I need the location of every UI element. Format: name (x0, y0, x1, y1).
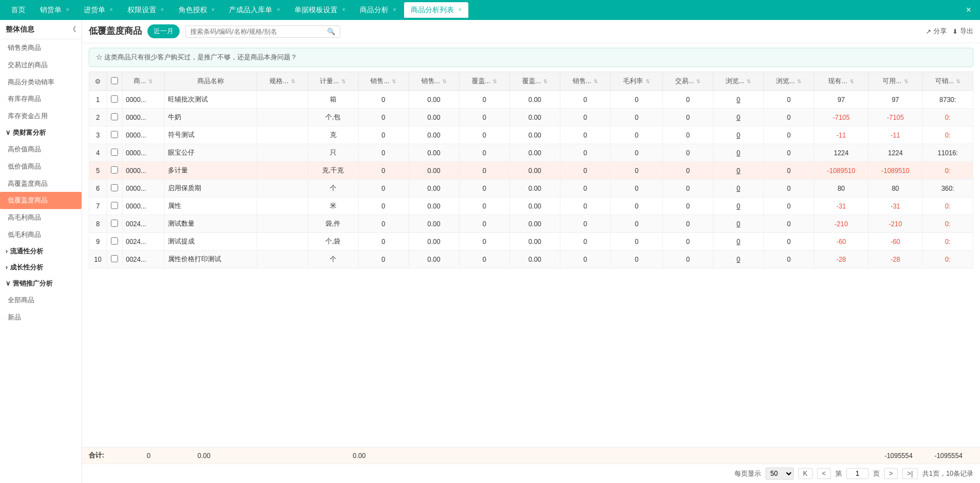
search-input[interactable] (190, 28, 325, 35)
tab-goods-analysis-list[interactable]: 商品分析列表 × (404, 2, 468, 18)
row-checkbox[interactable] (111, 131, 118, 138)
col-sales-rate[interactable]: 销售... ⇅ (560, 72, 610, 91)
col-name[interactable]: 商品名称 (165, 72, 257, 91)
cell-checkbox[interactable] (107, 251, 122, 268)
sidebar-item-high-margin[interactable]: 高毛利商品 (0, 209, 81, 226)
cell-sales-amount: 0.00 (409, 144, 459, 162)
col-unit[interactable]: 计量... ⇅ (308, 72, 358, 91)
sidebar-collapse-button[interactable]: 《 (69, 25, 76, 34)
sidebar-group-wealth[interactable]: ∨ 类财富分析 (0, 125, 81, 141)
col-coverage2[interactable]: 覆盖... ⇅ (509, 72, 560, 91)
col-available-stock[interactable]: 可用... ⇅ (868, 72, 922, 91)
col-checkbox[interactable] (107, 72, 122, 91)
col-transaction-label: 交易... (675, 77, 694, 85)
sidebar-item-category-turnover[interactable]: 商品分类动销率 (0, 74, 81, 91)
cell-browse1[interactable]: 0 (713, 91, 764, 109)
select-all-checkbox[interactable] (111, 77, 118, 84)
sidebar-item-traded-goods[interactable]: 交易过的商品 (0, 57, 81, 74)
cell-browse1[interactable]: 0 (713, 126, 764, 144)
tab-sales-order[interactable]: 销货单 × (33, 2, 76, 18)
col-sales-qty[interactable]: 销售... ⇅ (358, 72, 409, 91)
cell-browse1[interactable]: 0 (713, 233, 764, 251)
col-sales-amount[interactable]: 销售... ⇅ (409, 72, 459, 91)
col-gross-margin[interactable]: 毛利率 ⇅ (610, 72, 662, 91)
cell-browse1[interactable]: 0 (713, 162, 764, 180)
sidebar-group-growth[interactable]: › 成长性分析 (0, 260, 81, 276)
sidebar-item-new-goods[interactable]: 新品 (0, 309, 81, 326)
cell-checkbox[interactable] (107, 109, 122, 126)
export-button[interactable]: ⬇ 导出 (952, 27, 973, 36)
sidebar-item-high-coverage[interactable]: 高覆盖度商品 (0, 175, 81, 192)
per-page-select[interactable]: 50 20 100 (765, 467, 794, 480)
table-row: 1 0000... 旺辅批次测试 箱 0 0.00 0 0.00 0 0 0 0… (89, 91, 973, 109)
col-browse2[interactable]: 浏览... ⇅ (764, 72, 814, 91)
tab-product-entry[interactable]: 产成品入库单 × (222, 2, 287, 18)
tab-product-entry-close[interactable]: × (277, 2, 280, 18)
cell-browse1[interactable]: 0 (713, 197, 764, 215)
cell-browse1[interactable]: 0 (713, 251, 764, 268)
content-area: 低覆盖度商品 近一月 🔍 ↗ 分享 ⬇ 导出 ☆ 这类商品只有很少客户购买过，是… (82, 20, 980, 483)
row-checkbox[interactable] (111, 255, 118, 262)
col-browse1[interactable]: 浏览... ⇅ (713, 72, 764, 91)
filter-recent-month-button[interactable]: 近一月 (147, 24, 180, 38)
sidebar-item-sales-category[interactable]: 销售类商品 (0, 39, 81, 57)
col-current-stock[interactable]: 现有... ⇅ (814, 72, 869, 91)
col-transaction[interactable]: 交易... ⇅ (663, 72, 713, 91)
sidebar-item-low-value[interactable]: 低价值商品 (0, 158, 81, 175)
tab-role-auth[interactable]: 角色授权 × (172, 2, 222, 18)
row-checkbox[interactable] (111, 95, 118, 103)
row-checkbox[interactable] (111, 202, 118, 209)
sidebar-item-stock-capital[interactable]: 库存资金占用 (0, 108, 81, 125)
tab-template-setting[interactable]: 单据模板设置 × (288, 2, 352, 18)
tab-permission-close[interactable]: × (161, 2, 164, 18)
cell-checkbox[interactable] (107, 180, 122, 197)
cell-checkbox[interactable] (107, 197, 122, 215)
sidebar-item-low-coverage[interactable]: 低覆盖度商品 (0, 192, 81, 209)
sidebar-item-all-goods[interactable]: 全部商品 (0, 292, 81, 309)
cell-browse1[interactable]: 0 (713, 215, 764, 233)
cell-checkbox[interactable] (107, 233, 122, 251)
tab-goods-list-close[interactable]: × (458, 2, 462, 18)
cell-checkbox[interactable] (107, 215, 122, 233)
sidebar-group-liquidity[interactable]: › 流通性分析 (0, 243, 81, 260)
row-checkbox[interactable] (111, 237, 118, 245)
tab-purchase-close[interactable]: × (110, 2, 113, 18)
col-saleable[interactable]: 可销... ⇅ (922, 72, 973, 91)
tab-home[interactable]: 首页 (4, 2, 32, 18)
cell-browse1[interactable]: 0 (713, 144, 764, 162)
col-settings[interactable]: ⚙ (89, 72, 107, 91)
cell-checkbox[interactable] (107, 126, 122, 144)
sidebar-item-in-stock[interactable]: 有库存商品 (0, 90, 81, 108)
page-input[interactable] (846, 468, 869, 479)
close-all-tabs-button[interactable]: × (962, 5, 976, 15)
row-checkbox[interactable] (111, 113, 118, 120)
cell-checkbox[interactable] (107, 162, 122, 180)
col-browse2-sort: ⇅ (797, 79, 802, 84)
row-checkbox[interactable] (111, 184, 118, 191)
cell-checkbox[interactable] (107, 91, 122, 109)
row-checkbox[interactable] (111, 166, 118, 174)
tab-purchase-order[interactable]: 进货单 × (77, 2, 120, 18)
row-checkbox[interactable] (111, 220, 118, 227)
sidebar-group-marketing[interactable]: ∨ 营销推广分析 (0, 276, 81, 292)
last-page-button[interactable]: >| (902, 468, 918, 479)
tab-role-auth-close[interactable]: × (212, 2, 215, 18)
row-checkbox[interactable] (111, 149, 118, 156)
next-page-button[interactable]: > (884, 468, 898, 479)
col-coverage1[interactable]: 覆盖... ⇅ (459, 72, 509, 91)
tab-sales-order-close[interactable]: × (66, 2, 69, 18)
cell-browse1[interactable]: 0 (713, 180, 764, 197)
sidebar-item-low-margin[interactable]: 低毛利商品 (0, 226, 81, 243)
share-button[interactable]: ↗ 分享 (926, 27, 947, 36)
prev-page-button[interactable]: < (817, 468, 831, 479)
sidebar-item-high-value[interactable]: 高价值商品 (0, 141, 81, 158)
tab-permission[interactable]: 权限设置 × (121, 2, 171, 18)
cell-checkbox[interactable] (107, 144, 122, 162)
col-code[interactable]: 商... ⇅ (122, 72, 165, 91)
first-page-button[interactable]: K (798, 468, 813, 479)
cell-browse1[interactable]: 0 (713, 109, 764, 126)
col-spec[interactable]: 规格... ⇅ (257, 72, 308, 91)
tab-goods-analysis[interactable]: 商品分析 × (353, 2, 403, 18)
tab-goods-analysis-close[interactable]: × (393, 2, 396, 18)
tab-template-close[interactable]: × (342, 2, 345, 18)
